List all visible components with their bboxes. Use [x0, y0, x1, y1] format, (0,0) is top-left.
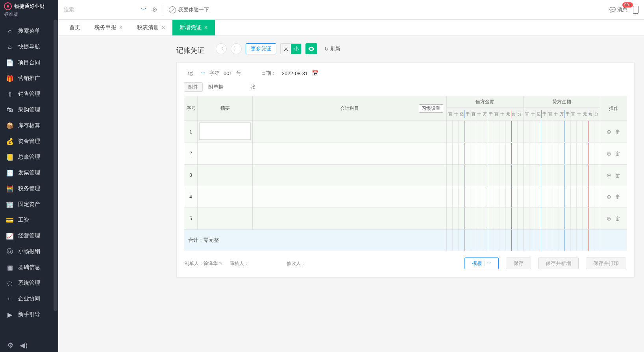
- template-button[interactable]: 模板 ﹀: [464, 258, 499, 269]
- voucher-word[interactable]: 记: [184, 69, 197, 78]
- subject-cell[interactable]: [253, 121, 447, 143]
- close-icon[interactable]: ✕: [204, 25, 208, 30]
- try-experience-button[interactable]: 我要体验一下: [169, 6, 209, 13]
- chevron-down-icon[interactable]: ﹀: [201, 70, 205, 77]
- chevron-down-icon: ﹀: [487, 261, 491, 266]
- delete-row-icon[interactable]: 🗑: [615, 194, 620, 200]
- delete-row-icon[interactable]: 🗑: [615, 215, 620, 222]
- add-row-icon[interactable]: ⊕: [607, 172, 611, 178]
- summary-cell[interactable]: [198, 143, 253, 165]
- voucher-date[interactable]: 2022-08-31: [282, 70, 308, 76]
- summary-cell[interactable]: [198, 121, 253, 143]
- tab-label: 首页: [69, 24, 80, 31]
- sidebar-item-10[interactable]: 🧮税务管理: [0, 181, 58, 196]
- debit-cell[interactable]: [447, 121, 524, 143]
- sidebar-item-5[interactable]: 🛍采购管理: [0, 102, 58, 118]
- edit-icon[interactable]: ✎: [219, 261, 223, 266]
- sidebar-item-16[interactable]: ◌系统管理: [0, 275, 58, 291]
- sidebar-item-0[interactable]: ⌕搜索菜单: [0, 23, 58, 39]
- box-icon: 📦: [6, 122, 13, 129]
- phone-icon[interactable]: [633, 6, 638, 14]
- sidebar-item-18[interactable]: ▶新手引导: [0, 307, 58, 322]
- voucher-header: 记 ﹀ 字第 001 号 日期： 2022-08-31 📅: [184, 69, 627, 81]
- add-row-icon[interactable]: ⊕: [607, 215, 611, 222]
- add-row-icon[interactable]: ⊕: [607, 150, 611, 157]
- voucher-row: 4 ⊕ 🗑: [184, 186, 627, 208]
- sidebar-scrollbar[interactable]: [54, 20, 57, 311]
- salary-icon: 💳: [6, 217, 13, 224]
- voucher-number[interactable]: 001: [224, 70, 232, 76]
- sidebar-item-14[interactable]: Ⓖ小畅报销: [0, 244, 58, 259]
- sidebar-item-7[interactable]: 💰资金管理: [0, 133, 58, 149]
- preview-button[interactable]: [305, 43, 317, 54]
- more-voucher-button[interactable]: 更多凭证: [246, 43, 276, 54]
- tab-1[interactable]: 税务申报✕: [87, 20, 130, 35]
- add-row-icon[interactable]: ⊕: [607, 194, 611, 200]
- debit-cell[interactable]: [447, 165, 524, 186]
- sound-icon[interactable]: ◀): [20, 341, 28, 350]
- summary-cell[interactable]: [198, 165, 253, 186]
- global-search[interactable]: 搜索 ﹀: [64, 4, 146, 16]
- habit-settings-button[interactable]: 习惯设置: [419, 104, 443, 113]
- summary-cell[interactable]: [198, 186, 253, 208]
- messages-button[interactable]: 💬 消息 99+: [609, 6, 627, 13]
- sidebar-item-9[interactable]: 🧾发票管理: [0, 165, 58, 181]
- save-button[interactable]: 保存: [506, 258, 531, 269]
- next-voucher-button[interactable]: 〉: [231, 43, 242, 54]
- sidebar-item-1[interactable]: ⌂快捷导航: [0, 39, 58, 55]
- credit-cell[interactable]: [524, 208, 600, 230]
- credit-cell[interactable]: [524, 186, 600, 208]
- sidebar-item-label: 经营管理: [18, 232, 40, 239]
- sidebar-item-17[interactable]: ↔企业协同: [0, 291, 58, 307]
- size-small[interactable]: 小: [291, 44, 301, 54]
- add-row-icon[interactable]: ⊕: [607, 129, 611, 135]
- delete-row-icon[interactable]: 🗑: [615, 172, 620, 178]
- voucher-card: 记 ﹀ 字第 001 号 日期： 2022-08-31 📅 附件 附单据 张: [176, 62, 635, 278]
- debit-cell[interactable]: [447, 208, 524, 230]
- tab-0[interactable]: 首页: [62, 20, 87, 35]
- subject-cell[interactable]: [253, 208, 447, 230]
- prev-voucher-button[interactable]: 〈: [216, 43, 227, 54]
- sidebar-item-4[interactable]: ⇧销售管理: [0, 86, 58, 102]
- sidebar-item-15[interactable]: ▦基础信息: [0, 259, 58, 275]
- sidebar-item-12[interactable]: 💳工资: [0, 212, 58, 228]
- subject-cell[interactable]: [253, 165, 447, 186]
- sidebar-item-2[interactable]: 📄项目合同: [0, 55, 58, 70]
- debit-cell[interactable]: [447, 143, 524, 165]
- summary-cell[interactable]: [198, 208, 253, 230]
- close-icon[interactable]: ✕: [161, 25, 165, 30]
- subject-cell[interactable]: [253, 186, 447, 208]
- debit-cell[interactable]: [447, 186, 524, 208]
- refresh-button[interactable]: ↻ 刷新: [324, 45, 341, 52]
- sidebar-item-8[interactable]: 📒总账管理: [0, 149, 58, 165]
- tab-2[interactable]: 税表清册✕: [130, 20, 172, 35]
- sidebar-item-3[interactable]: 🎁营销推广: [0, 70, 58, 86]
- delete-row-icon[interactable]: 🗑: [615, 129, 620, 135]
- save-and-new-button[interactable]: 保存并新增: [538, 258, 579, 269]
- save-and-print-button[interactable]: 保存并打印: [586, 258, 626, 269]
- topbar: 搜索 ﹀ ⚙ 我要体验一下 💬 消息 99+: [58, 0, 644, 20]
- sidebar-item-label: 项目合同: [18, 59, 40, 66]
- sidebar-item-13[interactable]: 📈经营管理: [0, 228, 58, 244]
- eye-icon: [308, 45, 315, 52]
- sidebar-item-6[interactable]: 📦库存核算: [0, 118, 58, 133]
- sidebar-item-11[interactable]: 🏢固定资产: [0, 196, 58, 212]
- summary-input[interactable]: [199, 122, 251, 140]
- delete-row-icon[interactable]: 🗑: [615, 150, 620, 157]
- subject-cell[interactable]: [253, 143, 447, 165]
- attachment-button[interactable]: 附件: [184, 82, 203, 92]
- credit-cell[interactable]: [524, 165, 600, 186]
- gear-icon[interactable]: ⚙: [7, 341, 13, 350]
- credit-cell[interactable]: [524, 121, 600, 143]
- chevron-down-icon[interactable]: ﹀: [141, 6, 146, 13]
- tab-3[interactable]: 新增凭证✕: [172, 20, 215, 35]
- settings-icon[interactable]: ⚙: [152, 6, 157, 13]
- invoice-icon: 🧾: [6, 169, 13, 176]
- size-big[interactable]: 大: [281, 44, 291, 54]
- calendar-icon[interactable]: 📅: [312, 70, 318, 76]
- sidebar-item-label: 销售管理: [18, 91, 40, 98]
- sidebar-menu: ⌕搜索菜单⌂快捷导航📄项目合同🎁营销推广⇧销售管理🛍采购管理📦库存核算💰资金管理…: [0, 21, 58, 322]
- credit-cell[interactable]: [524, 143, 600, 165]
- close-icon[interactable]: ✕: [119, 25, 123, 30]
- refresh-label: 刷新: [330, 45, 341, 52]
